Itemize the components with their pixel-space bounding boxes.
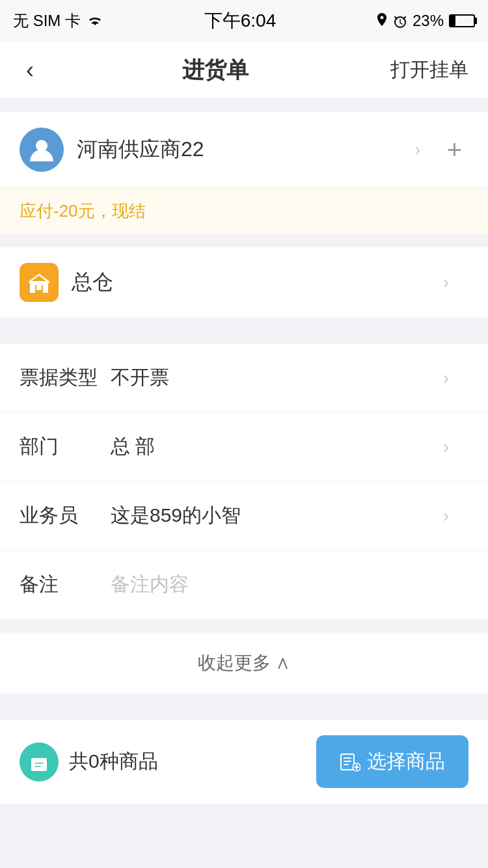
shopping-bag-icon: [27, 750, 51, 774]
dept-value: 总 部: [104, 433, 443, 460]
status-right: 23%: [376, 12, 475, 30]
remark-row[interactable]: 备注 备注内容: [0, 550, 488, 619]
warehouse-icon-bg: [20, 263, 59, 302]
page-title: 进货单: [182, 55, 249, 85]
status-left: 无 SIM 卡: [13, 10, 104, 31]
section-gap-3: [0, 318, 488, 331]
dept-label: 部门: [20, 433, 104, 460]
collapse-button[interactable]: 收起更多 ∧: [198, 651, 291, 675]
dept-chevron-icon: ›: [443, 437, 449, 457]
warehouse-section: 总仓 ›: [0, 247, 488, 318]
location-icon: [376, 13, 388, 29]
invoice-type-value: 不开票: [104, 364, 443, 391]
supplier-name: 河南供应商22: [77, 135, 414, 164]
salesman-chevron-icon: ›: [443, 506, 449, 526]
select-product-label: 选择商品: [367, 748, 445, 775]
svg-rect-4: [36, 285, 42, 290]
section-gap-2: [0, 234, 488, 247]
supplier-section: 河南供应商22 › + 应付-20元，现结: [0, 112, 488, 234]
status-bar: 无 SIM 卡 下午6:04 23%: [0, 0, 488, 42]
status-time: 下午6:04: [204, 8, 277, 33]
back-button[interactable]: ‹: [20, 50, 40, 90]
nav-bar: ‹ 进货单 打开挂单: [0, 42, 488, 99]
supplier-chevron-icon: ›: [414, 139, 420, 160]
collapse-section: 收起更多 ∧: [0, 632, 488, 694]
product-count-area: 共0种商品: [20, 742, 158, 781]
section-gap-4: [0, 694, 488, 707]
warehouse-row[interactable]: 总仓 ›: [0, 247, 488, 318]
svg-rect-6: [341, 754, 354, 770]
remark-input[interactable]: 备注内容: [104, 571, 468, 598]
bottom-space: [0, 804, 488, 868]
notice-text: 应付-20元，现结: [20, 201, 146, 221]
carrier-text: 无 SIM 卡: [13, 10, 81, 31]
select-product-button[interactable]: 选择商品: [316, 735, 468, 788]
invoice-chevron-icon: ›: [443, 368, 449, 388]
warehouse-chevron-icon: ›: [443, 272, 449, 293]
supplier-row[interactable]: 河南供应商22 › +: [0, 112, 488, 188]
warehouse-building-icon: [27, 271, 51, 294]
dept-row[interactable]: 部门 总 部 ›: [0, 413, 488, 481]
supplier-avatar: [20, 128, 64, 172]
wifi-icon: [86, 14, 104, 28]
salesman-row[interactable]: 业务员 这是859的小智 ›: [0, 481, 488, 550]
open-pending-button[interactable]: 打开挂单: [390, 57, 468, 83]
alarm-icon: [393, 14, 407, 28]
form-section: 票据类型 不开票 › 部门 总 部 › 业务员 这是859的小智 › 备注 备注…: [0, 344, 488, 619]
section-gap-1: [0, 99, 488, 112]
invoice-type-label: 票据类型: [20, 364, 104, 391]
person-icon: [27, 135, 56, 164]
notice-banner: 应付-20元，现结: [0, 188, 488, 234]
invoice-type-row[interactable]: 票据类型 不开票 ›: [0, 344, 488, 413]
select-product-icon: [340, 752, 360, 772]
remark-label: 备注: [20, 571, 104, 598]
salesman-value: 这是859的小智: [104, 502, 443, 529]
warehouse-name: 总仓: [72, 268, 443, 297]
salesman-label: 业务员: [20, 502, 104, 529]
bottom-bar: 共0种商品 选择商品: [0, 720, 488, 804]
svg-rect-5: [31, 758, 47, 771]
add-button[interactable]: +: [441, 135, 468, 165]
battery-icon: [449, 14, 475, 27]
product-icon-bg: [20, 742, 59, 781]
battery-percent: 23%: [413, 12, 444, 30]
product-count-text: 共0种商品: [69, 748, 158, 775]
